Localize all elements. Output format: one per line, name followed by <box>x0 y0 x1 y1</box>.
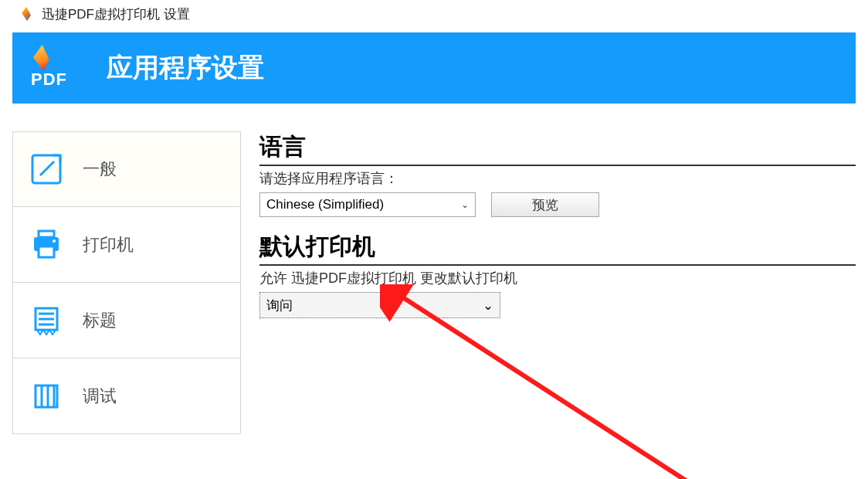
section-heading-default-printer: 默认打印机 <box>259 231 856 266</box>
flame-icon <box>32 45 49 71</box>
content-area: 语言 请选择应用程序语言： Chinese (Simplified) ⌄ 预览 … <box>241 131 856 434</box>
default-printer-prompt: 允许 迅捷PDF虚拟打印机 更改默认打印机 <box>259 269 856 287</box>
preview-button-label: 预览 <box>532 196 558 214</box>
sidebar-item-label: 调试 <box>83 385 117 408</box>
banner-logo: PDF <box>31 46 79 90</box>
sidebar-item-label: 标题 <box>83 309 117 332</box>
title-icon <box>29 303 64 338</box>
header-banner: PDF 应用程序设置 <box>12 32 856 104</box>
chevron-down-icon: ⌄ <box>483 297 493 314</box>
main-body: 一般 打印机 <box>12 131 856 434</box>
language-selected-value: Chinese (Simplified) <box>266 197 384 212</box>
chevron-down-icon: ⌄ <box>461 199 469 210</box>
svg-line-14 <box>397 294 812 479</box>
sidebar-item-label: 打印机 <box>83 233 134 256</box>
svg-line-1 <box>40 161 54 175</box>
app-icon <box>22 7 31 21</box>
debug-icon <box>29 379 64 414</box>
sidebar: 一般 打印机 <box>12 131 241 434</box>
svg-rect-4 <box>39 246 54 257</box>
sidebar-item-printer[interactable]: 打印机 <box>12 207 241 283</box>
svg-point-5 <box>53 240 56 243</box>
logo-text: PDF <box>31 70 67 90</box>
svg-rect-2 <box>39 231 54 237</box>
banner-title: 应用程序设置 <box>107 50 264 86</box>
sidebar-item-general[interactable]: 一般 <box>12 131 241 207</box>
sidebar-item-debug[interactable]: 调试 <box>12 358 241 434</box>
language-prompt: 请选择应用程序语言： <box>259 169 856 188</box>
window-titlebar: 迅捷PDF虚拟打印机 设置 <box>0 0 868 28</box>
general-icon <box>29 151 64 187</box>
sidebar-item-title[interactable]: 标题 <box>12 283 241 358</box>
window-title: 迅捷PDF虚拟打印机 设置 <box>42 5 190 23</box>
printer-icon <box>29 227 64 263</box>
sidebar-item-label: 一般 <box>83 158 117 181</box>
default-printer-select[interactable]: 询问 ⌄ <box>259 292 500 318</box>
section-heading-language: 语言 <box>259 131 856 166</box>
preview-button[interactable]: 预览 <box>491 192 599 217</box>
default-printer-selected-value: 询问 <box>266 297 293 314</box>
language-select[interactable]: Chinese (Simplified) ⌄ <box>259 192 476 217</box>
